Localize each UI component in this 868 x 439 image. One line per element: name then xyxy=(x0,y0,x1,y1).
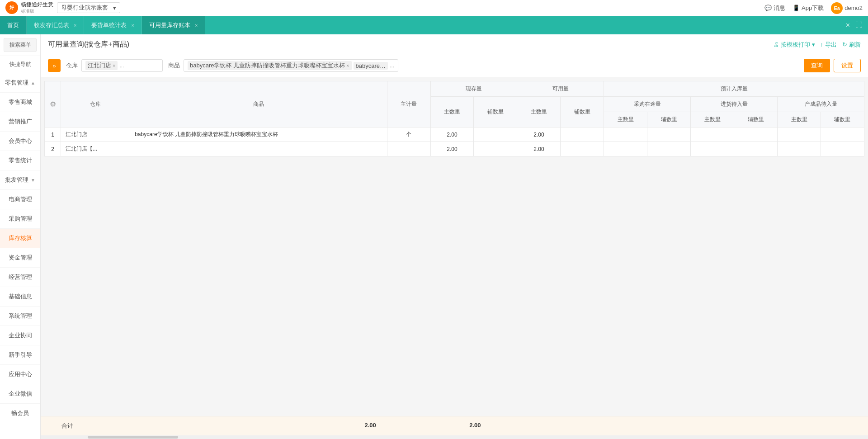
logo-text-area: 畅捷通好生意 标准版 xyxy=(21,1,53,14)
username-label: demo2 xyxy=(844,5,863,11)
product-filter-input[interactable]: babycare学饮杯 儿童防摔防撞吸管杯重力球吸嘴杯宝宝水杯 × babyca… xyxy=(184,59,398,72)
sidebar-item-finance[interactable]: 资金管理 xyxy=(0,248,40,268)
industry-select-value: 母婴行业演示账套 xyxy=(61,4,108,12)
column-settings-icon[interactable]: ⚙ xyxy=(50,100,56,108)
col-goodsin-sub-header: 辅数里 xyxy=(734,112,778,127)
product-more-icon[interactable]: ... xyxy=(390,62,394,69)
warehouse-filter-input[interactable]: 江北门店 × ... xyxy=(81,59,163,72)
col-purchase-main-header: 主数里 xyxy=(604,112,647,127)
sidebar-item-enterprise[interactable]: 企业协同 xyxy=(0,326,40,345)
message-icon: 💬 xyxy=(764,5,772,11)
cell-productin-main-1 xyxy=(778,142,821,156)
col-current-main-header: 主数里 xyxy=(430,97,474,127)
cell-current-sub-1 xyxy=(474,142,517,156)
tab-available-inventory[interactable]: 可用量库存账本 × xyxy=(142,16,205,34)
close-income-tab-icon[interactable]: × xyxy=(74,23,76,28)
fullscreen-icon[interactable]: ⛶ xyxy=(854,19,864,31)
table-footer: 合计 2.00 2.00 xyxy=(41,416,868,435)
footer-goodsin-sub-cell xyxy=(711,420,763,432)
sidebar-item-inventory[interactable]: 库存核算 xyxy=(0,229,40,248)
footer-purchase-sub-cell xyxy=(606,420,659,432)
sidebar-item-retail-mall[interactable]: 零售商城 xyxy=(0,93,40,112)
sidebar-item-retail-mgmt[interactable]: 零售管理 ▲ xyxy=(0,73,40,93)
app-download-label: App下载 xyxy=(802,4,824,12)
sidebar-item-member[interactable]: 畅会员 xyxy=(0,404,40,423)
print-action-btn[interactable]: 🖨 按模板打印 ▾ xyxy=(773,41,815,49)
print-arrow-icon: ▾ xyxy=(812,41,815,48)
cell-productin-sub-0 xyxy=(821,127,864,142)
sidebar-label-retail-mall: 零售商城 xyxy=(9,98,32,106)
chevron-icon-retail: ▲ xyxy=(31,80,35,85)
page-title: 可用量查询(按仓库+商品) xyxy=(48,40,129,54)
close-available-tab-icon[interactable]: × xyxy=(195,23,198,28)
chevron-icon-wholesale: ▼ xyxy=(31,178,35,183)
sidebar-item-marketing[interactable]: 营销推广 xyxy=(0,112,40,132)
close-order-tab-icon[interactable]: × xyxy=(131,23,134,28)
tab-income-expense[interactable]: 收发存汇总表 × xyxy=(27,16,84,34)
footer-productin-main-cell xyxy=(763,420,816,432)
col-current-sub-header: 辅数里 xyxy=(474,97,517,127)
col-settings[interactable]: ⚙ xyxy=(45,81,61,127)
sidebar-item-enterprise-wx[interactable]: 企业微信 xyxy=(0,384,40,404)
tab-home[interactable]: 首页 xyxy=(0,16,27,34)
order-tab-label: 要货单统计表 xyxy=(91,21,127,29)
sidebar-label-enterprise-wx: 企业微信 xyxy=(9,390,32,398)
sidebar-item-basic-info[interactable]: 基础信息 xyxy=(0,287,40,307)
cell-productin-main-0 xyxy=(778,127,821,142)
cell-product-0: babycare学饮杯 儿童防摔防撞吸管杯重力球吸嘴杯宝宝水杯 xyxy=(130,127,387,142)
table-row: 2 江北门店【... 2.00 2.00 xyxy=(45,142,864,156)
message-action[interactable]: 💬 消息 xyxy=(764,4,785,12)
col-warehouse-header: 仓库 xyxy=(61,81,130,127)
top-bar: 好 畅捷通好生意 标准版 母婴行业演示账套 ▾ 💬 消息 📱 App下载 Ea … xyxy=(0,0,868,16)
sidebar-item-operations[interactable]: 经营管理 xyxy=(0,268,40,287)
refresh-label: 刷新 xyxy=(849,41,861,49)
table-row: 1 江北门店 babycare学饮杯 儿童防摔防撞吸管杯重力球吸嘴杯宝宝水杯 个… xyxy=(45,127,864,142)
sidebar-quick-nav[interactable]: 快捷导航 xyxy=(0,56,40,73)
cell-goodsin-main-1 xyxy=(691,142,734,156)
sidebar-item-wholesale-mgmt[interactable]: 批发管理 ▼ xyxy=(0,170,40,190)
col-productin-main-header: 主数里 xyxy=(778,112,821,127)
col-productin-sub-header: 辅数里 xyxy=(821,112,864,127)
warehouse-more-icon[interactable]: ... xyxy=(119,62,124,69)
filter-expand-btn[interactable]: » xyxy=(48,59,61,72)
sidebar-label-finance: 资金管理 xyxy=(9,254,32,262)
cell-goodsin-sub-0 xyxy=(734,127,778,142)
scroll-thumb[interactable] xyxy=(88,436,178,439)
industry-select[interactable]: 母婴行业演示账套 ▾ xyxy=(57,2,120,13)
search-menu-btn[interactable]: 搜索菜单 xyxy=(4,38,37,52)
product-tag2: babycare… xyxy=(354,62,388,70)
sidebar: 搜索菜单 快捷导航 零售管理 ▲ 零售商城 营销推广 会员中心 零售统计 批发管… xyxy=(0,34,41,439)
sidebar-item-member-center[interactable]: 会员中心 xyxy=(0,132,40,151)
sidebar-item-purchase[interactable]: 采购管理 xyxy=(0,209,40,229)
product-tag1-close-icon[interactable]: × xyxy=(346,63,349,68)
export-action-btn[interactable]: ↑ 导出 xyxy=(821,41,837,49)
close-all-tabs-icon[interactable]: × xyxy=(844,19,852,31)
warehouse-tag-close-icon[interactable]: × xyxy=(113,63,115,68)
sidebar-item-new-guide[interactable]: 新手引导 xyxy=(0,345,40,365)
top-bar-right: 💬 消息 📱 App下载 Ea demo2 xyxy=(764,2,863,14)
avatar: Ea xyxy=(831,2,843,14)
user-area[interactable]: Ea demo2 xyxy=(831,2,863,14)
sidebar-item-ecommerce[interactable]: 电商管理 xyxy=(0,190,40,209)
sidebar-label-enterprise: 企业协同 xyxy=(9,331,32,340)
product-tag1: babycare学饮杯 儿童防摔防撞吸管杯重力球吸嘴杯宝宝水杯 × xyxy=(188,61,352,70)
settings-button[interactable]: 设置 xyxy=(834,59,861,72)
horizontal-scrollbar[interactable] xyxy=(41,435,868,439)
export-label: 导出 xyxy=(825,41,837,49)
app-download-action[interactable]: 📱 App下载 xyxy=(793,4,824,12)
sidebar-item-app-center[interactable]: 应用中心 xyxy=(0,365,40,384)
tab-order-stats[interactable]: 要货单统计表 × xyxy=(84,16,142,34)
refresh-action-btn[interactable]: ↻ 刷新 xyxy=(842,41,861,49)
query-button[interactable]: 查询 xyxy=(804,59,830,72)
footer-current-sub-cell xyxy=(396,420,449,432)
col-product-header: 商品 xyxy=(130,81,387,127)
warehouse-tag: 江北门店 × xyxy=(85,61,118,70)
sidebar-label-marketing: 营销推广 xyxy=(9,118,32,126)
main-layout: 搜索菜单 快捷导航 零售管理 ▲ 零售商城 营销推广 会员中心 零售统计 批发管… xyxy=(0,34,868,439)
available-tab-label: 可用量库存账本 xyxy=(149,21,190,29)
phone-icon: 📱 xyxy=(793,5,800,11)
col-goodsin-main-header: 主数里 xyxy=(691,112,734,127)
sidebar-item-system[interactable]: 系统管理 xyxy=(0,307,40,326)
sidebar-item-retail-stats[interactable]: 零售统计 xyxy=(0,151,40,170)
content-area: 可用量查询(按仓库+商品) 🖨 按模板打印 ▾ ↑ 导出 ↻ 刷新 xyxy=(41,34,868,439)
